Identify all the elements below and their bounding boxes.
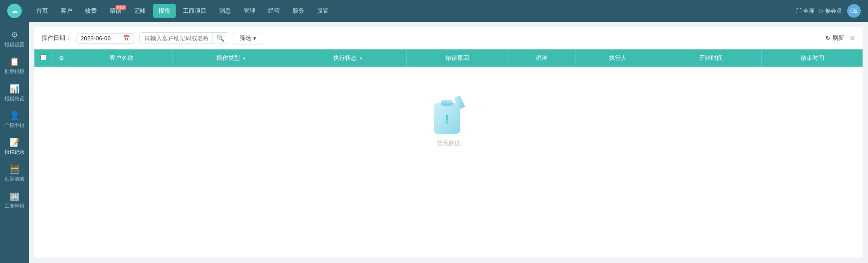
sidebar-item-settlement-label: 汇算清缴 <box>5 175 24 182</box>
th-error-reason: 错误原因 <box>406 49 508 67</box>
nav-message[interactable]: 消息 <box>214 4 236 18</box>
records-table: ⚙ 客户名称 操作类型 ▾ 执行状态 ▾ 错误原因 税种 执行 <box>34 49 863 175</box>
nav-right: ⛶ 全屏 ▷ 畅会员 CE <box>796 4 861 18</box>
sidebar-item-annual-report-label: 工商年报 <box>5 203 24 209</box>
sidebar-item-tax-overview[interactable]: 📊 报税总览 <box>0 79 29 106</box>
empty-text: 暂无数据 <box>437 139 460 147</box>
filter-button-label: 筛选 <box>240 34 251 42</box>
nav-invoice[interactable]: 票据 new <box>104 4 127 18</box>
user-avatar[interactable]: CE <box>847 4 861 18</box>
th-setting: ⚙ <box>53 49 71 67</box>
vip-icon: ▷ <box>820 8 824 14</box>
content-area: 操作日期： 📅 🔍 筛选 ▾ ↻ 刷新 ✕ <box>29 22 868 263</box>
calendar-icon: 📅 <box>123 35 130 41</box>
sidebar-item-batch-tax[interactable]: 📋 批量报税 <box>0 52 29 79</box>
nav-billing[interactable]: 收费 <box>80 4 102 18</box>
filter-button[interactable]: 筛选 ▾ <box>234 32 262 44</box>
fullscreen-toggle[interactable]: ⛶ 全屏 <box>796 7 814 15</box>
sidebar-item-batch-tax-label: 批量报税 <box>5 68 24 74</box>
date-input[interactable] <box>81 35 121 42</box>
th-tax-type: 税种 <box>508 49 575 67</box>
nav-operation[interactable]: 经营 <box>263 4 285 18</box>
nav-manage[interactable]: 管理 <box>238 4 261 18</box>
new-badge: new <box>115 5 126 10</box>
th-checkbox <box>34 49 53 67</box>
refresh-label: 刷新 <box>832 34 844 42</box>
sidebar-item-individual-tax[interactable]: 👤 个税申报 <box>0 106 29 133</box>
annual-report-icon: 🏢 <box>10 191 19 201</box>
batch-tax-icon: 📋 <box>10 57 19 67</box>
svg-text:!: ! <box>445 112 449 126</box>
th-end-time: 结束时间 <box>762 49 863 67</box>
close-button[interactable]: ✕ <box>849 34 855 43</box>
nav-service[interactable]: 服务 <box>287 4 310 18</box>
fullscreen-icon: ⛶ <box>796 8 801 14</box>
search-wrap: 🔍 <box>139 32 228 44</box>
tax-settings-icon: ⚙ <box>11 30 18 40</box>
individual-tax-icon: 👤 <box>10 111 19 121</box>
date-picker[interactable]: 📅 <box>77 33 134 44</box>
sidebar-item-tax-record[interactable]: 📝 报税记录 <box>0 133 29 160</box>
th-operation-type: 操作类型 ▾ <box>173 49 289 67</box>
refresh-button[interactable]: ↻ 刷新 <box>825 34 844 42</box>
empty-state-cell: ! <box>34 67 863 175</box>
filter-bar: 操作日期： 📅 🔍 筛选 ▾ ↻ 刷新 ✕ <box>34 27 863 49</box>
sidebar-item-tax-settings[interactable]: ⚙ 报税设置 <box>0 25 29 52</box>
sidebar-item-tax-settings-label: 报税设置 <box>5 41 24 48</box>
vip-toggle[interactable]: ▷ 畅会员 <box>820 7 842 15</box>
empty-state-illustration: ! <box>428 94 469 139</box>
nav-items: 首页 客户 收费 票据 new 记账 报税 工商项目 消息 管理 经营 服务 设… <box>31 4 796 18</box>
date-label: 操作日期： <box>42 34 71 42</box>
svg-rect-2 <box>441 100 453 106</box>
app-logo[interactable]: ☁ <box>7 4 22 18</box>
main-layout: ⚙ 报税设置 📋 批量报税 📊 报税总览 👤 个税申报 📝 报税记录 🧮 汇算清… <box>0 22 868 263</box>
nav-business[interactable]: 工商项目 <box>177 4 212 18</box>
tax-overview-icon: 📊 <box>10 84 19 94</box>
logo-text: ☁ <box>11 7 18 15</box>
execution-status-filter-icon[interactable]: ▾ <box>360 56 362 61</box>
sidebar: ⚙ 报税设置 📋 批量报税 📊 报税总览 👤 个税申报 📝 报税记录 🧮 汇算清… <box>0 22 29 263</box>
th-executor: 执行人 <box>575 49 660 67</box>
empty-state-row: ! <box>34 67 863 175</box>
table-container: ⚙ 客户名称 操作类型 ▾ 执行状态 ▾ 错误原因 税种 执行 <box>34 49 863 258</box>
nav-home[interactable]: 首页 <box>31 4 53 18</box>
sidebar-item-annual-report[interactable]: 🏢 工商年报 <box>0 187 29 214</box>
th-execution-status: 执行状态 ▾ <box>289 49 406 67</box>
th-customer-name: 客户名称 <box>71 49 173 67</box>
search-button[interactable]: 🔍 <box>212 33 228 44</box>
chevron-down-icon: ▾ <box>253 35 256 42</box>
tax-record-icon: 📝 <box>10 137 19 147</box>
avatar-initials: CE <box>850 8 858 14</box>
settlement-icon: 🧮 <box>10 164 19 174</box>
sidebar-item-individual-tax-label: 个税申报 <box>5 122 24 128</box>
th-start-time: 开始时间 <box>660 49 762 67</box>
top-nav: ☁ 首页 客户 收费 票据 new 记账 报税 工商项目 消息 管理 经营 服务… <box>0 0 868 22</box>
sidebar-item-tax-overview-label: 报税总览 <box>5 95 24 102</box>
empty-state: ! <box>34 67 863 175</box>
sidebar-item-settlement[interactable]: 🧮 汇算清缴 <box>0 160 29 186</box>
fullscreen-label: 全屏 <box>803 7 814 15</box>
sidebar-item-tax-record-label: 报税记录 <box>5 149 24 155</box>
vip-label: 畅会员 <box>825 7 842 15</box>
nav-settings[interactable]: 设置 <box>312 4 334 18</box>
operation-type-filter-icon[interactable]: ▾ <box>243 56 245 61</box>
table-header-row: ⚙ 客户名称 操作类型 ▾ 执行状态 ▾ 错误原因 税种 执行 <box>34 49 863 67</box>
nav-customer[interactable]: 客户 <box>55 4 78 18</box>
nav-tax[interactable]: 报税 <box>153 4 176 18</box>
refresh-icon: ↻ <box>825 35 830 42</box>
search-input[interactable] <box>140 33 212 44</box>
select-all-checkbox[interactable] <box>40 54 46 60</box>
nav-bookkeeping[interactable]: 记账 <box>129 4 151 18</box>
column-settings-icon[interactable]: ⚙ <box>59 55 64 62</box>
